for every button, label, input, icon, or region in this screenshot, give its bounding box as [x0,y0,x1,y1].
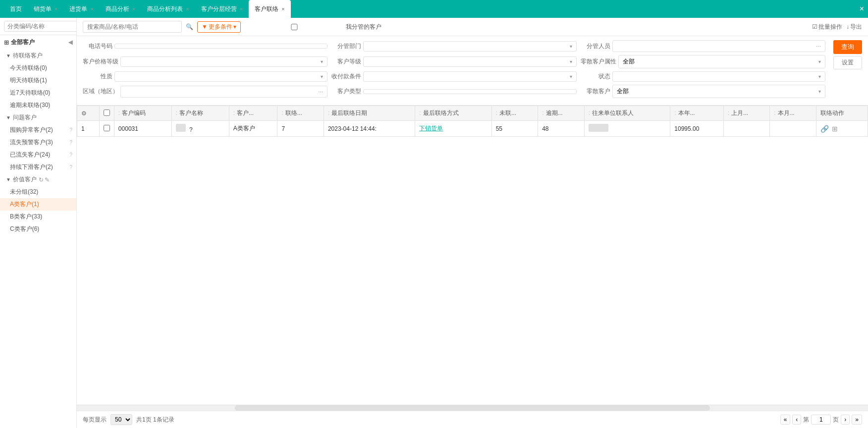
region-label: 区域（地区） [83,87,118,96]
price-level-select[interactable]: ▾ [120,56,327,67]
sidebar-item-abnormal-purchase[interactable]: 囤购异常客户(2) ? [0,124,76,136]
status-select[interactable]: ▾ [612,71,825,82]
nav-tab-sales[interactable]: 销货单 × [28,0,63,18]
retail-attr-select[interactable]: 全部 ▾ [618,55,825,68]
close-purchase-tab[interactable]: × [90,6,93,12]
batch-ops-icon: ☑ [812,23,817,30]
sidebar-group-header: ⊞ 全部客户 ◀ [0,35,76,50]
dept-select[interactable]: ▾ [363,41,576,52]
filter-customer-type: 客户类型 [331,87,576,96]
per-page-select[interactable]: 50 [110,414,132,425]
section-pending-contact: ▼ 待联络客户 [0,50,76,62]
query-button[interactable]: 查询 [833,40,862,54]
col-last-method-header: :最后联络方式 [415,106,491,121]
col-this-month-header: :本月... [770,106,816,121]
filter-icon: ▼ [202,23,208,30]
contact-grid-icon[interactable]: ⊞ [832,125,838,133]
price-level-label: 客户价格等级 [83,57,118,66]
row-overdue: 48 [538,121,585,137]
close-contact-tab[interactable]: × [281,6,284,12]
close-segment-tab[interactable]: × [240,6,243,12]
sidebar-item-a-class[interactable]: A类客户(1) [0,198,76,211]
sidebar-item-c-class[interactable]: C类客户(6) [0,223,76,235]
prev-page-btn[interactable]: ‹ [792,415,801,425]
last-page-btn[interactable]: » [852,415,862,425]
price-chevron-icon: ▾ [321,59,323,64]
first-page-btn[interactable]: « [780,415,791,425]
more-filters-btn[interactable]: ▼ 更多条件 ▾ [197,21,241,33]
table-settings-icon[interactable]: ⚙ [81,110,87,117]
col-gear: ⚙ [77,106,100,121]
sidebar-item-7days[interactable]: 近7天待联络(0) [0,87,76,99]
bottom-bar: 每页显示 50 共1页 1条记录 « ‹ 第 页 › » [77,411,868,428]
my-customer-checkbox-label[interactable]: 我分管的客户 [245,23,381,31]
question-icon-1: ? [69,127,72,133]
sidebar-item-declining[interactable]: 持续下滑客户(2) ? [0,161,76,173]
nav-tab-customer-segment[interactable]: 客户分层经营 × [195,0,249,18]
search-input[interactable] [83,21,182,33]
filter-retail-attr: 零散客户属性 全部 ▾ [581,55,825,68]
dept-label: 分管部门 [331,42,361,51]
select-all-checkbox[interactable] [104,109,110,116]
retail-customer-select[interactable]: 全部 ▾ [612,85,825,98]
customer-level-select[interactable]: ▾ [363,56,576,67]
retail-attr-chevron-icon: ▾ [818,59,821,64]
pagination: « ‹ 第 页 › » [780,415,862,425]
close-sales-tab[interactable]: × [54,6,57,12]
right-actions: ☑ 批量操作 ↓ 导出 [812,23,862,31]
nav-tab-analysis-list[interactable]: 商品分析列表 × [141,0,195,18]
sidebar-item-tomorrow[interactable]: 明天待联络(1) [0,74,76,87]
nav-tab-home[interactable]: 首页 [4,0,28,18]
nature-select[interactable]: ▾ [114,71,327,82]
sidebar-item-churned[interactable]: 已流失客户(24) ? [0,149,76,161]
nav-tab-purchase[interactable]: 进货单 × [63,0,99,18]
region-input[interactable]: ··· [120,86,327,98]
customer-avatar [176,124,186,132]
contact-link-icon[interactable]: 🔗 [820,125,829,133]
horizontal-scrollbar[interactable] [77,405,868,411]
question-icon-2: ? [69,140,72,145]
batch-ops-btn[interactable]: ☑ 批量操作 [812,23,842,31]
sidebar-item-today[interactable]: 今天待联络(0) [0,62,76,74]
col-overdue-header: :逾期... [538,106,585,121]
close-all-tabs[interactable]: × [860,4,864,13]
sidebar-collapse-btn[interactable]: ◀ [68,39,72,46]
customer-type-select[interactable] [363,89,576,94]
col-contact-header: :联络... [277,106,324,121]
nav-tab-analysis[interactable]: 商品分析 × [100,0,141,18]
setting-button[interactable]: 设置 [833,56,862,69]
phone-input[interactable] [114,44,327,49]
row-not-contacted: 55 [491,121,538,137]
col-action-header: 联络动作 [816,106,868,121]
filter-retail-customer: 零散客户 全部 ▾ [581,85,825,98]
top-nav: 首页 销货单 × 进货单 × 商品分析 × 商品分析列表 × 客户分层经营 × … [0,0,868,18]
region-dots-icon: ··· [318,88,323,95]
sidebar-item-unclassified[interactable]: 未分组(32) [0,186,76,198]
page-input[interactable] [811,415,831,425]
filter-dept: 分管部门 ▾ [331,41,576,52]
close-analysis-tab[interactable]: × [132,6,135,12]
content-area: 🔍 ▼ 更多条件 ▾ 我分管的客户 ☑ 批量操作 ↓ 导出 [77,18,868,428]
sidebar-item-b-class[interactable]: B类客户(33) [0,211,76,223]
filter-status: 状态 ▾ [581,71,825,82]
filter-price-level: 客户价格等级 ▾ [83,56,327,67]
sidebar-search-input[interactable] [4,21,77,32]
payment-select[interactable]: ▾ [363,71,576,82]
next-page-btn[interactable]: › [841,415,850,425]
sidebar-item-churn-warning[interactable]: 流失预警客户(3) ? [0,136,76,149]
refresh-icon[interactable]: ↻ [39,176,44,183]
sidebar-item-overdue[interactable]: 逾期未联络(30) [0,99,76,111]
last-method-link[interactable]: 下销货单 [419,125,443,132]
search-icon-main[interactable]: 🔍 [186,23,193,30]
col-code-header: :客户编码 [114,106,171,121]
row-checkbox[interactable] [104,125,110,131]
filter-region: 区域（地区） ··· [83,86,327,98]
export-btn[interactable]: ↓ 导出 [846,23,862,31]
col-last-date-header: :最后联络日期 [324,106,415,121]
close-analysis-list-tab[interactable]: × [186,6,189,12]
edit-value-icon[interactable]: ✎ [45,176,50,183]
manager-input[interactable]: ··· [612,40,825,52]
nav-tab-customer-contact[interactable]: 客户联络 × [249,0,290,18]
col-last-month-header: :上月... [723,106,770,121]
my-customer-checkbox[interactable] [245,24,344,30]
